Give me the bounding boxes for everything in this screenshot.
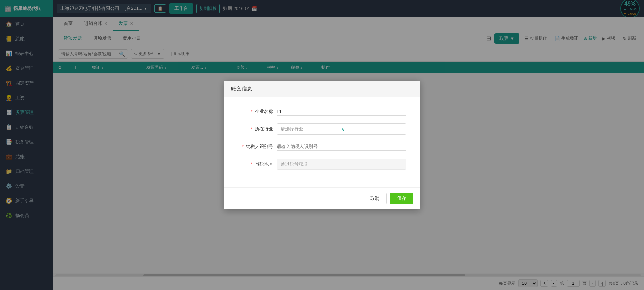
company-name-label: * 企业名称 [238, 108, 277, 115]
tax-id-input[interactable] [277, 142, 406, 151]
modal-title: 账套信息 [224, 81, 420, 97]
save-button[interactable]: 保存 [390, 193, 413, 204]
modal-overlay[interactable]: 账套信息 * 企业名称 * 所在行业 请选择行业 ∨ [0, 0, 644, 290]
required-mark: * [251, 161, 253, 167]
cancel-button[interactable]: 取消 [363, 193, 387, 204]
chevron-down-icon: ∨ [341, 126, 402, 132]
industry-label: * 所在行业 [238, 126, 277, 132]
form-row-tax-id: * 纳税人识别号 [238, 142, 406, 151]
modal-footer: 取消 保存 [224, 187, 420, 209]
tax-region-field: 通过税号获取 [277, 159, 406, 170]
tax-id-label: * 纳税人识别号 [238, 143, 277, 150]
required-mark: * [251, 126, 253, 131]
industry-placeholder: 请选择行业 [281, 126, 341, 132]
required-mark: * [242, 144, 244, 149]
form-row-tax-region: * 报税地区 通过税号获取 [238, 159, 406, 170]
modal-body: * 企业名称 * 所在行业 请选择行业 ∨ * [224, 97, 420, 187]
account-info-modal: 账套信息 * 企业名称 * 所在行业 请选择行业 ∨ [224, 81, 420, 209]
tax-region-placeholder: 通过税号获取 [281, 161, 308, 167]
form-row-industry: * 所在行业 请选择行业 ∨ [238, 123, 406, 135]
form-row-company-name: * 企业名称 [238, 107, 406, 116]
required-mark: * [251, 109, 253, 114]
tax-region-label: * 报税地区 [238, 161, 277, 167]
industry-select[interactable]: 请选择行业 ∨ [277, 123, 406, 135]
company-name-input[interactable] [277, 107, 406, 116]
